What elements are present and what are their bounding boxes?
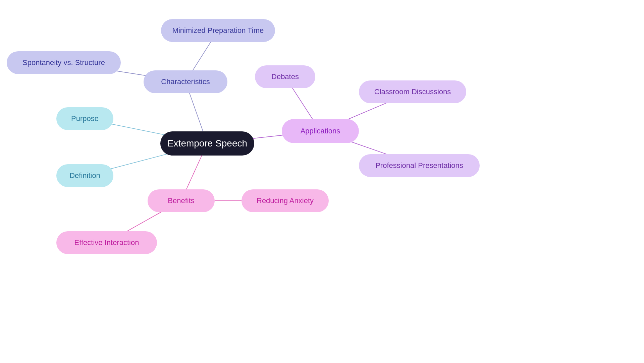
debates-node[interactable]: Debates: [255, 65, 315, 88]
center-node[interactable]: Extempore Speech: [160, 131, 254, 156]
definition-node[interactable]: Definition: [56, 164, 113, 187]
characteristics-node[interactable]: Characteristics: [144, 70, 227, 93]
minimized-prep-node[interactable]: Minimized Preparation Time: [161, 19, 275, 42]
purpose-node[interactable]: Purpose: [56, 107, 113, 130]
benefits-node[interactable]: Benefits: [148, 189, 215, 212]
reducing-anxiety-node[interactable]: Reducing Anxiety: [241, 189, 329, 212]
spontaneity-node[interactable]: Spontaneity vs. Structure: [7, 51, 121, 74]
professional-presentations-node[interactable]: Professional Presentations: [359, 154, 480, 177]
classroom-discussions-node[interactable]: Classroom Discussions: [359, 80, 466, 103]
applications-node[interactable]: Applications: [282, 119, 359, 143]
effective-interaction-node[interactable]: Effective Interaction: [56, 231, 157, 254]
